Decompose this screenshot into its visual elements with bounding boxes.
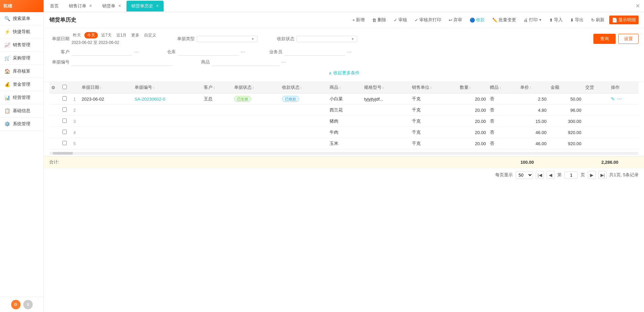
- horizontal-scrollbar[interactable]: [49, 152, 639, 155]
- date-sort: 单据日期 ↕: [82, 84, 102, 90]
- cell-check[interactable]: [59, 94, 69, 105]
- import-button[interactable]: ⬆ 导入: [547, 16, 565, 24]
- tab-sales-order[interactable]: 销售订单 ✕: [64, 1, 97, 11]
- sidebar-bottom-btn-2[interactable]: ⏸: [23, 300, 33, 309]
- batch-change-button[interactable]: ✏️ 批量变更: [489, 16, 519, 24]
- tab-sales-history-close[interactable]: ✕: [156, 4, 159, 8]
- collapse-button[interactable]: ∧ 收起更多条件: [329, 69, 360, 77]
- more-op-icon[interactable]: ⋯: [617, 96, 622, 102]
- filter-staff-dots[interactable]: ···: [347, 49, 352, 55]
- filter-warehouse-dots[interactable]: ···: [241, 49, 245, 55]
- cell-rownum: 3: [69, 116, 80, 127]
- col-spec[interactable]: 规格型号 ↕: [362, 82, 410, 94]
- col-qty[interactable]: 数量 ↕: [458, 82, 488, 94]
- audit-button[interactable]: ✓ 审核: [391, 16, 410, 24]
- date-shortcut-last30[interactable]: 近1月: [115, 32, 128, 38]
- tab-sales-history[interactable]: 销货单历史 ✕: [127, 1, 164, 11]
- row-checkbox[interactable]: [62, 119, 67, 123]
- date-shortcut-more[interactable]: 更多: [130, 32, 141, 38]
- page-number-input[interactable]: [564, 172, 578, 179]
- print-button[interactable]: 🖨 打印 ▼: [521, 16, 544, 24]
- col-gift[interactable]: 赠品 ↕: [488, 82, 518, 94]
- col-date[interactable]: 单据日期 ↕: [80, 82, 133, 94]
- discard-button[interactable]: ↩ 弃审: [446, 16, 465, 24]
- filter-goods-input[interactable]: [212, 58, 279, 66]
- audit-print-button[interactable]: ✓ 审核并打印: [412, 16, 444, 24]
- audit-icon: ✓: [394, 18, 397, 23]
- filter-staff-group: 业务员 ···: [262, 48, 352, 56]
- doc-num-link[interactable]: SA-20230602-0: [135, 97, 165, 102]
- sidebar-item-inventory[interactable]: 🏠 库存核算: [0, 65, 44, 78]
- tab-home[interactable]: 首页: [45, 1, 63, 11]
- toolbar: + 新增 🗑 删除 ✓ 审核 ✓ 审核并打印 ↩ 弃审: [349, 16, 639, 24]
- sales-mgmt-icon: 📈: [4, 42, 10, 48]
- edit-op-icon[interactable]: ✎: [611, 96, 615, 102]
- col-operation-label: 操作: [611, 85, 620, 90]
- filter-doctype-select[interactable]: ▼: [197, 36, 257, 42]
- last-page-btn[interactable]: ▶|: [598, 171, 607, 179]
- gift-sort-icon: ↕: [499, 86, 501, 89]
- col-unit-label: 销售单位: [412, 84, 429, 90]
- date-shortcut-custom[interactable]: 自定义: [143, 32, 158, 38]
- delete-button[interactable]: 🗑 删除: [369, 16, 389, 24]
- sidebar-item-quick-nav[interactable]: ⚡ 快捷导航: [0, 25, 44, 38]
- cell-check[interactable]: [59, 105, 69, 116]
- row-checkbox[interactable]: [62, 96, 67, 101]
- row-checkbox[interactable]: [62, 107, 67, 112]
- prev-page-btn[interactable]: ◀: [547, 171, 555, 179]
- date-shortcut-yesterday[interactable]: 昨天: [72, 32, 82, 38]
- collect-button[interactable]: 🔵 收款: [467, 16, 487, 24]
- refresh-button[interactable]: ↻ 刷新: [588, 16, 607, 24]
- sidebar-item-purchase-mgmt[interactable]: 🛒 采购管理: [0, 52, 44, 65]
- col-price-label: 单价: [520, 84, 529, 90]
- collect-icon: 🔵: [470, 18, 475, 23]
- col-goods[interactable]: 商品 ↕: [328, 82, 362, 94]
- col-docstatus[interactable]: 单据状态 ↕: [232, 82, 280, 94]
- show-detail-button[interactable]: 📄 显示明细: [609, 16, 639, 24]
- tab-sales-delivery-close[interactable]: ✕: [118, 4, 121, 8]
- sidebar-item-sales-mgmt[interactable]: 📈 销售管理: [0, 38, 44, 52]
- filter-docnum-input[interactable]: [72, 58, 173, 66]
- filter-staff-input[interactable]: [284, 48, 345, 56]
- filter-customer-input[interactable]: [72, 48, 132, 56]
- docstatus-sort-icon: ↕: [252, 86, 254, 89]
- cell-check[interactable]: [59, 138, 69, 149]
- col-docnum[interactable]: 单据编号 ↕: [133, 82, 202, 94]
- sidebar-item-search-menu[interactable]: 🔍 搜索菜单: [0, 12, 44, 25]
- query-button[interactable]: 查询: [593, 34, 616, 44]
- col-check[interactable]: [59, 82, 69, 94]
- filter-customer-group: 客户 ···: [49, 48, 139, 56]
- cell-check[interactable]: [59, 127, 69, 138]
- col-paystatus[interactable]: 收款状态 ↕: [280, 82, 328, 94]
- date-shortcut-today[interactable]: 今天: [84, 32, 98, 38]
- tab-bar-close[interactable]: ✕: [633, 3, 643, 9]
- sidebar-item-operations[interactable]: 📊 经营管理: [0, 91, 44, 104]
- add-button[interactable]: + 新增: [349, 16, 367, 24]
- filter-warehouse-label: 仓库: [156, 49, 176, 55]
- select-all-checkbox[interactable]: [62, 85, 67, 89]
- filter-paystatus-select[interactable]: ▼: [297, 36, 357, 42]
- first-page-btn[interactable]: |◀: [536, 171, 544, 179]
- sidebar-item-sys-mgmt[interactable]: ⚙️ 系统管理: [0, 118, 44, 131]
- row-checkbox[interactable]: [62, 141, 67, 145]
- col-customer[interactable]: 客户 ↕: [202, 82, 232, 94]
- filter-goods-dots[interactable]: ···: [281, 59, 286, 65]
- col-unit[interactable]: 销售单位 ↕: [410, 82, 458, 94]
- scrollbar-thumb[interactable]: [53, 152, 73, 155]
- cell-check[interactable]: [59, 116, 69, 127]
- export-button[interactable]: ⬇ 导出: [567, 16, 586, 24]
- tab-sales-order-close[interactable]: ✕: [89, 4, 92, 8]
- sidebar-item-base-info[interactable]: 📋 基础信息: [0, 104, 44, 118]
- date-shortcut-last7[interactable]: 近7天: [100, 32, 113, 38]
- sidebar-bottom-btn-1[interactable]: ⚙: [11, 300, 21, 309]
- tab-sales-delivery[interactable]: 销货单 ✕: [97, 1, 126, 11]
- col-price[interactable]: 单价 ↕: [518, 82, 549, 94]
- settings-button[interactable]: 设置: [618, 34, 639, 44]
- next-page-btn[interactable]: ▶: [588, 171, 596, 179]
- per-page-select[interactable]: 50 10 20 100: [515, 171, 533, 179]
- col-settings[interactable]: ⚙: [49, 82, 59, 94]
- sidebar-item-finance[interactable]: 💰 资金管理: [0, 78, 44, 91]
- row-checkbox[interactable]: [62, 130, 67, 134]
- filter-warehouse-input[interactable]: [178, 48, 239, 56]
- filter-customer-dots[interactable]: ···: [134, 49, 139, 55]
